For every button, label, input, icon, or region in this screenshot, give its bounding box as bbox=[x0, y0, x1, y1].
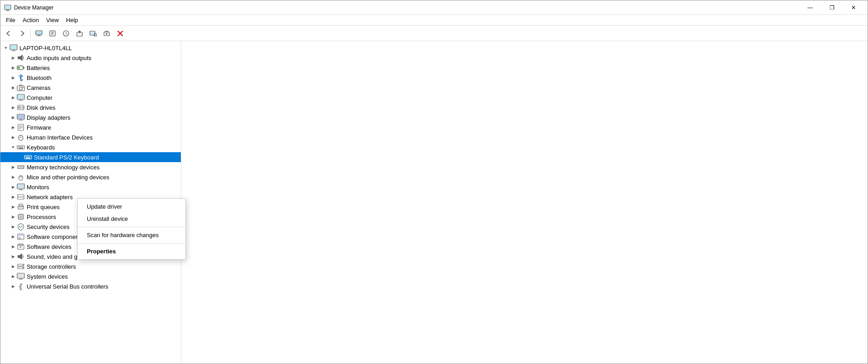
cameras-expand-icon[interactable]: ▶ bbox=[9, 84, 17, 91]
remove-button[interactable] bbox=[114, 27, 127, 40]
audio-expand-icon[interactable]: ▶ bbox=[9, 54, 17, 61]
context-menu-update-driver[interactable]: Update driver bbox=[78, 201, 185, 213]
context-menu-separator-2 bbox=[78, 243, 185, 243]
monitors-icon bbox=[17, 183, 25, 191]
memory-expand-icon[interactable]: ▶ bbox=[9, 163, 17, 171]
svg-rect-66 bbox=[26, 158, 30, 159]
software-devices-expand-icon[interactable]: ▶ bbox=[9, 243, 17, 250]
network-expand-icon[interactable]: ▶ bbox=[9, 193, 17, 201]
memory-icon bbox=[17, 163, 25, 171]
svg-rect-28 bbox=[18, 56, 20, 59]
monitors-expand-icon[interactable]: ▶ bbox=[9, 183, 17, 191]
hid-expand-icon[interactable]: ▶ bbox=[9, 134, 17, 141]
svg-point-40 bbox=[22, 107, 24, 108]
tree-item-storage[interactable]: ▶ Storage controllers bbox=[0, 261, 181, 271]
computer-expand-icon[interactable]: ▶ bbox=[9, 94, 17, 101]
tree-item-disk[interactable]: ▶ Disk drives bbox=[0, 103, 181, 112]
add-legacy-button[interactable] bbox=[100, 27, 113, 40]
svg-rect-46 bbox=[19, 119, 22, 120]
tree-item-cameras[interactable]: ▶ Cameras bbox=[0, 83, 181, 93]
menu-view[interactable]: View bbox=[42, 15, 62, 25]
svg-rect-115 bbox=[18, 274, 24, 278]
sound-expand-icon[interactable]: ▶ bbox=[9, 253, 17, 260]
scan-button[interactable] bbox=[87, 27, 99, 40]
firmware-expand-icon[interactable]: ▶ bbox=[9, 124, 17, 131]
print-expand-icon[interactable]: ▶ bbox=[9, 203, 17, 210]
ps2-keyboard-icon bbox=[24, 153, 32, 161]
context-menu-separator-1 bbox=[78, 227, 185, 227]
properties-button[interactable] bbox=[46, 27, 59, 40]
root-expand-icon[interactable]: ▼ bbox=[2, 44, 9, 51]
usb-expand-icon[interactable]: ▶ bbox=[9, 283, 17, 290]
tree-item-usb[interactable]: ▶ Universal Serial Bus controllers bbox=[0, 281, 181, 291]
system-expand-icon[interactable]: ▶ bbox=[9, 273, 17, 280]
tree-item-hid[interactable]: ▶ Human Interface Devices bbox=[0, 132, 181, 142]
context-menu-scan-hardware[interactable]: Scan for hardware changes bbox=[78, 229, 185, 241]
update-driver-button[interactable] bbox=[73, 27, 86, 40]
menu-help[interactable]: Help bbox=[62, 15, 82, 25]
computer-button[interactable] bbox=[33, 27, 45, 40]
tree-item-ps2-keyboard[interactable]: Standard PS/2 Keyboard bbox=[0, 152, 181, 162]
memory-label: Memory technology devices bbox=[27, 164, 99, 171]
print-icon bbox=[17, 203, 25, 211]
tree-item-computer[interactable]: ▶ Computer bbox=[0, 93, 181, 103]
tree-item-system[interactable]: ▶ System devices bbox=[0, 271, 181, 281]
svg-rect-47 bbox=[19, 120, 23, 121]
software-components-expand-icon[interactable]: ▶ bbox=[9, 233, 17, 240]
display-label: Display adapters bbox=[27, 114, 71, 121]
keyboards-expand-icon[interactable]: ▼ bbox=[9, 144, 17, 151]
tree-item-mice[interactable]: ▶ Mice and other pointing devices bbox=[0, 172, 181, 182]
tree-root[interactable]: ▼ LAPTOP-HL0TL4LL bbox=[0, 43, 181, 53]
svg-point-82 bbox=[22, 196, 23, 197]
mice-expand-icon[interactable]: ▶ bbox=[9, 173, 17, 181]
back-button[interactable] bbox=[2, 27, 15, 40]
ps2-keyboard-label: Standard PS/2 Keyboard bbox=[34, 154, 99, 161]
disk-label: Disk drives bbox=[27, 104, 56, 111]
tree-item-batteries[interactable]: ▶ Batteries bbox=[0, 63, 181, 73]
keyboard-expand-icon bbox=[17, 154, 24, 161]
tree-item-firmware[interactable]: ▶ Firmware bbox=[0, 122, 181, 132]
svg-rect-78 bbox=[19, 190, 23, 190]
close-button[interactable]: ✕ bbox=[843, 0, 864, 15]
storage-expand-icon[interactable]: ▶ bbox=[9, 263, 17, 270]
computer-tree-icon bbox=[17, 93, 25, 102]
security-label: Security devices bbox=[27, 224, 70, 230]
disk-expand-icon[interactable]: ▶ bbox=[9, 104, 17, 111]
tree-item-audio[interactable]: ▶ Audio inputs and outputs bbox=[0, 53, 181, 63]
software-devices-label: Software devices bbox=[27, 243, 71, 250]
context-menu-uninstall-device[interactable]: Uninstall device bbox=[78, 213, 185, 225]
svg-rect-76 bbox=[18, 184, 24, 188]
system-icon bbox=[17, 272, 25, 280]
help-button[interactable]: ? bbox=[60, 27, 72, 40]
restore-button[interactable]: ❐ bbox=[821, 0, 842, 15]
processors-label: Processors bbox=[27, 214, 56, 220]
security-expand-icon[interactable]: ▶ bbox=[9, 223, 17, 230]
forward-button[interactable] bbox=[16, 27, 28, 40]
svg-rect-26 bbox=[12, 50, 15, 51]
svg-rect-60 bbox=[19, 148, 23, 149]
cameras-icon bbox=[17, 84, 25, 92]
tree-item-monitors[interactable]: ▶ Monitors bbox=[0, 182, 181, 192]
svg-rect-64 bbox=[28, 156, 29, 157]
toolbar-separator-1 bbox=[30, 29, 31, 38]
network-label: Network adapters bbox=[27, 194, 73, 201]
batteries-expand-icon[interactable]: ▶ bbox=[9, 64, 17, 71]
processors-expand-icon[interactable]: ▶ bbox=[9, 213, 17, 220]
software-components-label: Software components bbox=[27, 233, 84, 240]
svg-rect-2 bbox=[5, 10, 10, 11]
svg-rect-59 bbox=[22, 146, 23, 147]
context-menu-properties[interactable]: Properties bbox=[78, 245, 185, 257]
menu-file[interactable]: File bbox=[2, 15, 19, 25]
tree-item-display[interactable]: ▶ Display adapters bbox=[0, 112, 181, 122]
display-expand-icon[interactable]: ▶ bbox=[9, 114, 17, 121]
svg-point-112 bbox=[23, 265, 24, 266]
svg-rect-109 bbox=[18, 255, 19, 258]
tree-item-keyboards[interactable]: ▼ Keyboards bbox=[0, 142, 181, 152]
menu-action[interactable]: Action bbox=[19, 15, 42, 25]
bluetooth-expand-icon[interactable]: ▶ bbox=[9, 74, 17, 81]
computer-icon bbox=[9, 44, 18, 52]
tree-item-memory[interactable]: ▶ Memory technology devices bbox=[0, 162, 181, 172]
tree-item-bluetooth[interactable]: ▶ Bluetooth bbox=[0, 73, 181, 83]
minimize-button[interactable]: — bbox=[800, 0, 821, 15]
svg-rect-117 bbox=[19, 279, 23, 280]
